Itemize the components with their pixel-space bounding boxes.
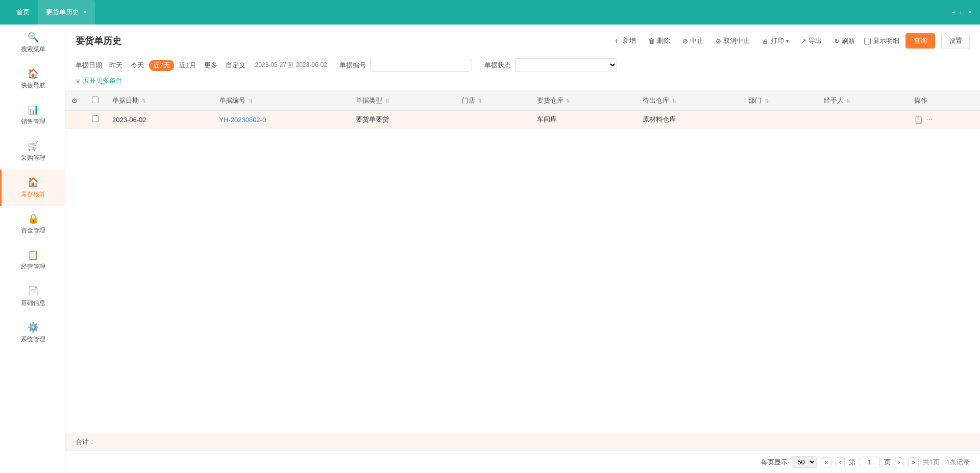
date-btn-1month[interactable]: 近1月 xyxy=(176,60,199,71)
action-buttons: 📋 ⋯ xyxy=(914,115,974,124)
per-page-select[interactable]: 50 xyxy=(792,456,817,468)
sidebar-item-inventory[interactable]: 🏠 库存核算 xyxy=(0,170,65,206)
sort-dept-icon[interactable]: ⇅ xyxy=(765,98,769,104)
page-label: 第 xyxy=(849,458,855,467)
page-title: 要货单历史 xyxy=(76,35,121,47)
settings-btn[interactable]: 设置 xyxy=(941,33,970,49)
history-tab-label: 要货单历史 xyxy=(46,8,79,17)
sidebar-item-fund[interactable]: 🔒 资金管理 xyxy=(0,206,65,242)
sort-doctype-icon[interactable]: ⇅ xyxy=(385,98,389,104)
sort-store-icon[interactable]: ⇅ xyxy=(478,98,482,104)
pagination-bar: 每页显示 50 « ‹ 第 页 › » 共1页，1条记录 xyxy=(65,451,980,473)
summary-label: 合计： xyxy=(76,438,95,445)
refresh-btn[interactable]: ↻ 刷新 xyxy=(831,34,858,48)
print-icon: 🖨 xyxy=(762,37,769,45)
search-menu-icon: 🔍 xyxy=(28,32,39,43)
sidebar-item-label: 销售管理 xyxy=(21,117,45,126)
sidebar-item-search[interactable]: 🔍 搜索菜单 xyxy=(0,25,65,61)
close-tab-icon[interactable]: × xyxy=(83,9,87,16)
sort-pending-warehouse-icon[interactable]: ⇅ xyxy=(672,98,676,104)
date-btn-more[interactable]: 更多 xyxy=(201,60,220,71)
sidebar-item-purchase[interactable]: 🛒 采购管理 xyxy=(0,133,65,170)
td-date: 2023-06-02 xyxy=(106,111,213,129)
inventory-icon: 🏠 xyxy=(28,177,39,188)
th-req-warehouse: 要货仓库 ⇅ xyxy=(531,91,636,111)
sidebar-item-biz[interactable]: 📋 经营管理 xyxy=(0,242,65,278)
table-footer: 合计： xyxy=(65,433,980,451)
sidebar-item-basic[interactable]: 📄 基础信息 xyxy=(0,278,65,315)
sort-req-warehouse-icon[interactable]: ⇅ xyxy=(566,98,570,104)
date-btn-today[interactable]: 今天 xyxy=(128,60,147,71)
total-info: 共1页，1条记录 xyxy=(923,458,970,467)
date-btn-yesterday[interactable]: 昨天 xyxy=(106,60,126,71)
page-end-label: 页 xyxy=(884,458,891,467)
display-detail-checkbox[interactable] xyxy=(864,38,871,44)
prev-page-btn[interactable]: ‹ xyxy=(836,457,845,467)
date-filter-label: 单据日期 xyxy=(76,61,102,70)
cancel-stop-btn[interactable]: ⊘ 取消中止 xyxy=(713,34,753,48)
status-filter-label: 单据状态 xyxy=(484,61,511,70)
th-doctype: 单据类型 ⇅ xyxy=(350,91,455,111)
new-btn[interactable]: ＋ 新增 xyxy=(610,34,639,48)
expand-filter-btn[interactable]: ∨ 展开更多条件 xyxy=(76,76,970,85)
home-tab[interactable]: 首页 xyxy=(8,0,38,25)
quicknav-icon: 🏠 xyxy=(28,68,39,79)
export-btn[interactable]: ↗ 导出 xyxy=(798,34,825,48)
th-action: 操作 xyxy=(908,91,980,111)
sort-handler-icon[interactable]: ⇅ xyxy=(846,98,850,104)
main-table: ⚙ 单据日期 ⇅ 单据编号 xyxy=(65,91,980,129)
delete-icon: 🗑 xyxy=(648,37,655,45)
close-window-btn[interactable]: × xyxy=(968,9,972,16)
td-doctype: 要货单要货 xyxy=(350,111,455,129)
sidebar-item-system[interactable]: ⚙️ 系统管理 xyxy=(0,315,65,351)
query-btn[interactable]: 查询 xyxy=(905,33,935,49)
row-checkbox[interactable] xyxy=(92,115,99,122)
td-rowsettings xyxy=(65,111,86,129)
status-select[interactable] xyxy=(515,58,617,72)
sidebar-item-label: 搜索菜单 xyxy=(21,45,45,54)
date-btn-custom[interactable]: 自定义 xyxy=(223,60,249,71)
th-checkbox xyxy=(86,91,106,111)
th-store: 门店 ⇅ xyxy=(456,91,531,111)
th-settings: ⚙ xyxy=(65,91,86,111)
date-range-text: 2023-05-27 至 2023-06-02 xyxy=(255,61,327,69)
content-area: 要货单历史 ＋ 新增 🗑 删除 ⊘ 中止 xyxy=(65,25,980,473)
td-pending-warehouse: 原材料仓库 xyxy=(636,111,742,129)
sidebar-item-label: 资金管理 xyxy=(21,226,45,235)
settings-col-icon[interactable]: ⚙ xyxy=(71,97,78,105)
sort-date-icon[interactable]: ⇅ xyxy=(142,98,146,104)
select-all-checkbox[interactable] xyxy=(92,97,99,103)
filter-row-1: 单据日期 昨天 今天 近7天 近1月 更多 自定义 2023-05-27 至 2… xyxy=(76,58,970,72)
print-btn[interactable]: 🖨 打印 ▾ xyxy=(759,34,792,48)
history-tab[interactable]: 要货单历史 × xyxy=(38,0,95,25)
page-input[interactable] xyxy=(860,457,880,467)
td-store xyxy=(456,111,531,129)
more-btn[interactable]: ⋯ xyxy=(926,115,933,124)
next-page-btn[interactable]: › xyxy=(895,457,904,467)
sidebar-item-quicknav[interactable]: 🏠 快捷导航 xyxy=(0,61,65,97)
sidebar-item-sales[interactable]: 📊 销售管理 xyxy=(0,97,65,133)
stop-btn[interactable]: ⊘ 中止 xyxy=(679,34,706,48)
filter-area: 单据日期 昨天 今天 近7天 近1月 更多 自定义 2023-05-27 至 2… xyxy=(65,53,980,91)
status-filter: 单据状态 xyxy=(484,58,617,72)
first-page-btn[interactable]: « xyxy=(821,457,831,467)
td-handler xyxy=(818,111,908,129)
docnum-filter: 单据编号 xyxy=(339,59,472,72)
edit-btn[interactable]: 📋 xyxy=(914,115,923,124)
system-icon: ⚙️ xyxy=(28,322,39,333)
docnum-link[interactable]: YH-20230602-0 xyxy=(219,116,266,124)
sidebar: 🔍 搜索菜单 🏠 快捷导航 📊 销售管理 🛒 采购管理 🏠 库存核算 🔒 xyxy=(0,25,65,473)
delete-btn[interactable]: 🗑 删除 xyxy=(645,34,673,48)
export-icon: ↗ xyxy=(801,37,806,45)
toolbar: ＋ 新增 🗑 删除 ⊘ 中止 ⊘ 取消中止 xyxy=(610,33,970,49)
sidebar-item-label: 快捷导航 xyxy=(21,81,45,90)
page-header: 要货单历史 ＋ 新增 🗑 删除 ⊘ 中止 xyxy=(65,25,980,53)
print-arrow-icon: ▾ xyxy=(786,38,789,44)
minimize-btn[interactable]: － xyxy=(950,8,957,17)
maximize-btn[interactable]: □ xyxy=(961,9,964,16)
date-btn-7days[interactable]: 近7天 xyxy=(149,60,174,71)
basic-icon: 📄 xyxy=(28,286,39,297)
docnum-input[interactable] xyxy=(370,59,472,72)
last-page-btn[interactable]: » xyxy=(908,457,919,467)
sort-docnum-icon[interactable]: ⇅ xyxy=(249,98,253,104)
